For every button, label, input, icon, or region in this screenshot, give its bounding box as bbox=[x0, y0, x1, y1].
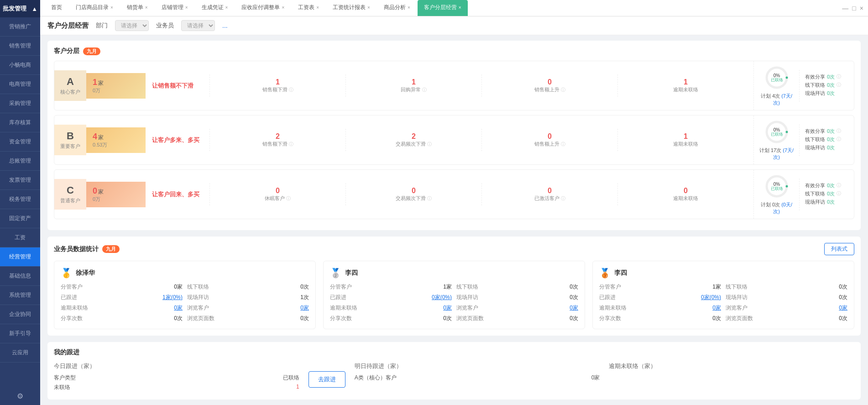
tier-stat-c-2[interactable]: 0 交易频次下滑ⓘ bbox=[345, 183, 481, 205]
tab-ar-ap[interactable]: 应收应付调整单 × bbox=[235, 0, 291, 16]
sidebar-item-ledger[interactable]: 总账管理 bbox=[0, 152, 40, 171]
close-icon[interactable]: × bbox=[459, 5, 461, 10]
close-icon[interactable]: × bbox=[367, 5, 370, 10]
tier-count-a: 1 家 0万 bbox=[86, 73, 146, 99]
biz-agent-header-1: 🥈 李四 bbox=[330, 268, 578, 279]
tier-stat-a-3[interactable]: 0 销售额上升 ⓘ bbox=[481, 74, 617, 97]
tab-home[interactable]: 首页 bbox=[45, 0, 68, 16]
close-icon[interactable]: × bbox=[110, 5, 113, 10]
tier-right-c: 有效分享 0次ⓘ 线下联络 0次ⓘ 现场拜访 0次 bbox=[799, 179, 854, 210]
sidebar-item-assets[interactable]: 固定资产 bbox=[0, 209, 40, 228]
tier-stat-c-1[interactable]: 0 休眠客户ⓘ bbox=[209, 183, 345, 205]
sidebar-item-cloud[interactable]: 云应用 bbox=[0, 343, 40, 363]
sidebar-item-base[interactable]: 基础信息 bbox=[0, 267, 40, 286]
close-icon[interactable]: × bbox=[408, 5, 410, 10]
info-icon[interactable]: ⓘ bbox=[837, 136, 841, 142]
sidebar-top[interactable]: 批发管理 ▲ bbox=[0, 0, 40, 17]
tier-stat-b-4[interactable]: 1 逾期未联络 bbox=[617, 129, 753, 151]
tier-stat-b-3[interactable]: 0 销售额上升ⓘ bbox=[481, 129, 617, 151]
goto-followup-button[interactable]: 去跟进 bbox=[309, 371, 345, 388]
sidebar-item-label: 采购管理 bbox=[3, 100, 37, 107]
sidebar-item-guide[interactable]: 新手引导 bbox=[0, 324, 40, 343]
sidebar-collapse-icon[interactable]: ▲ bbox=[31, 5, 37, 12]
agent-name-2: 李四 bbox=[614, 269, 627, 277]
tier-stat-a-2[interactable]: 1 回购异常 ⓘ bbox=[345, 74, 481, 97]
followup-col-title-3: 明日待跟进（家） bbox=[355, 362, 600, 370]
sidebar-item-marketing[interactable]: 营销推广 bbox=[0, 17, 40, 37]
info-icon[interactable]: ⓘ bbox=[837, 190, 841, 197]
sidebar-item-system[interactable]: 系统管理 bbox=[0, 286, 40, 305]
info-icon[interactable]: ⓘ bbox=[561, 87, 565, 93]
sidebar-item-ecommerce[interactable]: 电商管理 bbox=[0, 75, 40, 94]
svg-text:0%: 0% bbox=[773, 127, 780, 132]
followup-grid: 今日跟进（家） 客户类型 已联络 未联络 1 去跟进 明日待跟进（家） bbox=[54, 362, 854, 393]
sidebar-item-invoice[interactable]: 发票管理 bbox=[0, 171, 40, 190]
biz-cards: 🥇 徐泽华 分管客户0家 线下联络0次 已跟进1家(0%) 现场拜访1次 逾期未… bbox=[54, 261, 854, 329]
tab-payroll-sheet[interactable]: 工资表 × bbox=[292, 0, 325, 16]
tier-amount-a: 0万 bbox=[93, 87, 139, 94]
info-icon[interactable]: ⓘ bbox=[837, 74, 841, 80]
info-icon[interactable]: ⓘ bbox=[561, 141, 565, 147]
tier-stat-c-4[interactable]: 0 逾期未联络 bbox=[617, 183, 753, 205]
close-window-icon[interactable]: × bbox=[860, 5, 863, 12]
tab-label: 工资统计报表 bbox=[333, 4, 366, 11]
biz-row: 分享次数0次 bbox=[330, 315, 452, 322]
tab-store-mgmt[interactable]: 店铺管理 × bbox=[155, 0, 194, 16]
more-button[interactable]: ... bbox=[222, 22, 228, 29]
list-view-button[interactable]: 列表式 bbox=[824, 243, 854, 255]
biz-card-2: 🥉 李四 分管客户1家 线下联络0次 已跟进0家(0%) 现场拜访0次 逾期未联… bbox=[592, 261, 854, 329]
close-icon[interactable]: × bbox=[185, 5, 188, 10]
tab-store-products[interactable]: 门店商品目录 × bbox=[69, 0, 120, 16]
svg-text:0%: 0% bbox=[773, 182, 780, 187]
info-icon[interactable]: ⓘ bbox=[837, 82, 841, 88]
minimize-icon[interactable]: — bbox=[842, 5, 848, 12]
close-icon[interactable]: × bbox=[225, 5, 228, 10]
close-icon[interactable]: × bbox=[316, 5, 319, 10]
close-icon[interactable]: × bbox=[282, 5, 284, 10]
tier-stat-a-1[interactable]: 1 销售额下滑 ⓘ bbox=[209, 74, 345, 97]
info-icon[interactable]: ⓘ bbox=[837, 128, 841, 134]
tab-payroll-report[interactable]: 工资统计报表 × bbox=[326, 0, 376, 16]
gear-icon: ⚙ bbox=[17, 392, 23, 400]
sidebar-item-purchase[interactable]: 采购管理 bbox=[0, 94, 40, 113]
followup-title: 我的跟进 bbox=[54, 348, 79, 357]
info-icon[interactable]: ⓘ bbox=[422, 87, 427, 93]
tab-label: 客户分层经营 bbox=[424, 4, 457, 11]
followup-header: 我的跟进 bbox=[54, 348, 854, 357]
tier-stat-b-1[interactable]: 2 销售额下滑ⓘ bbox=[209, 129, 345, 151]
tab-label: 生成凭证 bbox=[202, 4, 224, 11]
segment-title-text: 客户分层 bbox=[54, 47, 79, 55]
sidebar-item-collab[interactable]: 企业协同 bbox=[0, 305, 40, 324]
sidebar-item-finance[interactable]: 资金管理 bbox=[0, 132, 40, 152]
info-icon[interactable]: ⓘ bbox=[289, 141, 293, 147]
tier-circle-b: 0% 已联络 计划 17次 (7天/次) bbox=[753, 116, 799, 164]
info-icon[interactable]: ⓘ bbox=[289, 87, 293, 93]
tab-sales-order[interactable]: 销货单 × bbox=[120, 0, 154, 16]
tier-stat-b-2[interactable]: 2 交易频次下滑ⓘ bbox=[345, 129, 481, 151]
segment-section-title: 客户分层 九月 bbox=[54, 47, 854, 55]
info-icon[interactable]: ⓘ bbox=[427, 141, 432, 147]
sidebar-item-ecommerce-small[interactable]: 小畅电商 bbox=[0, 56, 40, 75]
sidebar-item-tax[interactable]: 税务管理 bbox=[0, 190, 40, 209]
sidebar-item-inventory[interactable]: 库存核算 bbox=[0, 113, 40, 132]
tab-voucher[interactable]: 生成凭证 × bbox=[195, 0, 235, 16]
info-icon[interactable]: ⓘ bbox=[286, 195, 291, 202]
biz-row: 浏览页面数0次 bbox=[456, 315, 578, 322]
biz-month-badge: 九月 bbox=[102, 245, 120, 253]
tab-product-analysis[interactable]: 商品分析 × bbox=[377, 0, 417, 16]
tier-stat-c-3[interactable]: 0 已激活客户ⓘ bbox=[481, 183, 617, 205]
info-icon[interactable]: ⓘ bbox=[561, 195, 565, 202]
sidebar-item-payroll[interactable]: 工资 bbox=[0, 228, 40, 247]
close-icon[interactable]: × bbox=[145, 5, 148, 10]
sidebar-settings[interactable]: ⚙ bbox=[0, 387, 40, 405]
maximize-icon[interactable]: □ bbox=[852, 5, 856, 12]
info-icon[interactable]: ⓘ bbox=[427, 195, 432, 202]
salesperson-select[interactable]: 请选择 bbox=[181, 20, 215, 31]
sidebar-item-management[interactable]: 经营管理 bbox=[0, 247, 40, 267]
sidebar-item-sales[interactable]: 销售管理 bbox=[0, 37, 40, 56]
tab-customer-segment[interactable]: 客户分层经营 × bbox=[418, 0, 468, 16]
dept-select[interactable]: 请选择 bbox=[115, 20, 149, 31]
info-icon[interactable]: ⓘ bbox=[837, 182, 841, 189]
biz-row: 浏览客户0家 bbox=[187, 304, 309, 312]
tier-stat-a-4[interactable]: 1 逾期未联络 bbox=[617, 74, 753, 97]
